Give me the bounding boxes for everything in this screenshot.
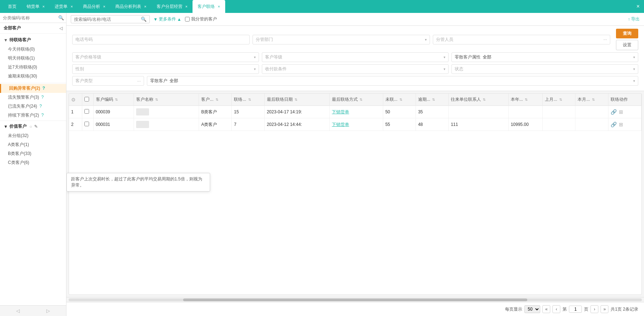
horizontal-scrollbar-thumb[interactable] — [183, 298, 527, 301]
last-page-btn[interactable]: » — [601, 305, 608, 313]
tab-product-analysis-close[interactable]: × — [103, 4, 105, 9]
table-wrap[interactable]: ⚙ 客户编码 ⇅ 客户名称 ⇅ — [69, 93, 642, 295]
row2-action-link-icon[interactable]: 🔗 — [611, 122, 617, 127]
contact-sort-icon[interactable]: ⇅ — [248, 98, 251, 102]
status-field[interactable]: 状态 ▾ — [451, 64, 638, 74]
sidebar-next-btn[interactable]: ▷ — [46, 308, 50, 313]
already-lost-help-icon[interactable]: ? — [40, 104, 42, 109]
retail-attr-field[interactable]: 零散客户属性 全部 ▾ — [451, 52, 638, 62]
row2-last-method-link[interactable]: 下销货单 — [332, 122, 349, 127]
contacts-sort-icon[interactable]: ⇅ — [483, 98, 486, 102]
sidebar-all-customers[interactable]: 全部客户 ◁ — [0, 23, 66, 34]
last-month-sort-icon[interactable]: ⇅ — [559, 98, 562, 102]
row2-action-grid-icon[interactable]: ⊞ — [619, 122, 623, 127]
row2-checkbox[interactable] — [84, 122, 89, 126]
per-page-select[interactable]: 50 — [524, 305, 540, 313]
sidebar-item-already-lost[interactable]: 已流失客户(24) ? — [0, 102, 66, 111]
manager-field[interactable]: 分管人员 ··· — [433, 35, 610, 44]
declining-help-icon[interactable]: ? — [41, 113, 44, 118]
overdue-sort-icon[interactable]: ⇅ — [432, 98, 435, 102]
sidebar-prev-btn[interactable]: ◁ — [16, 308, 20, 313]
sidebar-pending-title[interactable]: ▼ 待联络客户 — [0, 35, 66, 45]
tab-home[interactable]: 首页 — [3, 0, 22, 13]
customer-type-field[interactable]: 客户类型 ··· — [72, 76, 144, 86]
prev-page-btn[interactable]: ‹ — [552, 305, 560, 313]
next-page-btn[interactable]: › — [590, 305, 598, 313]
row1-action-link-icon[interactable]: 🔗 — [611, 109, 617, 115]
query-button[interactable]: 查询 — [616, 29, 638, 38]
tab-customer-contact[interactable]: 客户联络 × — [193, 0, 225, 13]
th-gear[interactable]: ⚙ — [69, 94, 82, 106]
gender-field[interactable]: 性别 ▾ — [72, 64, 259, 74]
table-row: 1 000039 B类客户 — [69, 106, 641, 118]
tab-purchase-order[interactable]: 进货单 × — [50, 0, 78, 13]
sidebar-search-icon[interactable]: 🔍 — [58, 15, 64, 20]
tab-customer-layered[interactable]: 客户分层经营 × — [152, 0, 193, 13]
tab-purchase-order-close[interactable]: × — [70, 4, 73, 9]
price-level-field[interactable]: 客户价格等级 ▾ — [72, 52, 259, 62]
my-customers-checkbox-wrap[interactable]: 我分管的客户 — [185, 16, 217, 22]
customer-type-dots-icon[interactable]: ··· — [137, 79, 141, 84]
export-button[interactable]: ↑ 导出 — [628, 16, 640, 22]
tab-product-analysis[interactable]: 商品分析 × — [78, 0, 110, 13]
settings-button[interactable]: 设置 — [616, 40, 638, 50]
sidebar-item-a-customers[interactable]: A类客户(1) — [0, 140, 66, 149]
sidebar-collapse-icon[interactable]: ◁ — [59, 26, 62, 31]
retail-customer-field[interactable]: 零散客户 全部 ▾ — [147, 76, 638, 86]
select-all-checkbox[interactable] — [84, 97, 89, 102]
sidebar-item-lost-risk[interactable]: 流失预警客户(3) ? — [0, 93, 66, 102]
sidebar-item-repurchase-abnormal[interactable]: 回购异常客户(2) ? — [0, 84, 66, 93]
th-checkbox[interactable] — [82, 94, 93, 106]
customer-level-field[interactable]: 客户等级 ▾ — [262, 52, 449, 62]
tab-sales-order-close[interactable]: × — [42, 4, 45, 9]
tab-product-analysis-list-close[interactable]: × — [144, 4, 146, 9]
phone-field[interactable]: 电话号码 — [72, 35, 250, 44]
sidebar-item-c-customers[interactable]: C类客户(6) — [0, 158, 66, 167]
sidebar-item-today[interactable]: 今天待联络(0) — [0, 45, 66, 54]
date-sort-icon[interactable]: ⇅ — [295, 98, 297, 102]
search-bar-icon[interactable]: 🔍 — [141, 16, 147, 22]
page-input[interactable] — [569, 306, 582, 313]
sidebar-item-b-customers[interactable]: B类客户(33) — [0, 149, 66, 158]
sidebar-value-customers-title[interactable]: ▼ 价值客户 ○ ✎ — [0, 122, 66, 131]
row1-last-method-link[interactable]: 下销货单 — [332, 109, 349, 114]
manager-dots-icon[interactable]: ··· — [603, 37, 607, 42]
table-settings-icon[interactable]: ⚙ — [71, 97, 76, 103]
window-close-button[interactable]: × — [636, 3, 640, 10]
type-sort-icon[interactable]: ⇅ — [216, 98, 218, 102]
sidebar-collapse-icons[interactable]: ◁ — [59, 26, 62, 31]
value-customers-circle-icon[interactable]: ○ — [29, 124, 32, 129]
sidebar-item-tomorrow[interactable]: 明天待联络(1) — [0, 54, 66, 63]
row2-last-method[interactable]: 下销货单 — [330, 118, 383, 131]
sidebar-item-declining[interactable]: 持续下滑客户(2) ? — [0, 111, 66, 120]
value-customers-edit-icon[interactable]: ✎ — [34, 124, 38, 129]
sidebar-search-input[interactable] — [3, 15, 57, 20]
first-page-btn[interactable]: « — [542, 305, 550, 313]
more-conditions-btn[interactable]: ▼ 更多条件 ▲ — [153, 16, 181, 22]
tab-customer-layered-close[interactable]: × — [185, 4, 187, 9]
sidebar-item-overdue[interactable]: 逾期未联络(30) — [0, 72, 66, 81]
this-month-sort-icon[interactable]: ⇅ — [592, 98, 595, 102]
payment-field[interactable]: 收付款条件 ▾ — [262, 64, 449, 74]
code-sort-icon[interactable]: ⇅ — [115, 98, 118, 102]
lost-risk-help-icon[interactable]: ? — [41, 95, 44, 100]
row2-checkbox-cell[interactable] — [82, 118, 93, 131]
dept-field[interactable]: 分管部门 ▾ — [252, 35, 430, 44]
sidebar-item-unclassified[interactable]: 未分组(32) — [0, 131, 66, 140]
row1-checkbox[interactable] — [84, 109, 89, 114]
horizontal-scrollbar[interactable] — [69, 298, 642, 301]
this-year-sort-icon[interactable]: ⇅ — [525, 98, 528, 102]
row1-action-grid-icon[interactable]: ⊞ — [619, 109, 623, 115]
row1-checkbox-cell[interactable] — [82, 106, 93, 118]
row1-last-method[interactable]: 下销货单 — [330, 106, 383, 118]
sidebar-item-7days[interactable]: 近7天待联络(0) — [0, 63, 66, 72]
tab-product-analysis-list[interactable]: 商品分析列表 × — [110, 0, 151, 13]
tab-customer-contact-close[interactable]: × — [218, 4, 220, 9]
my-customers-checkbox[interactable] — [185, 17, 190, 22]
search-input[interactable] — [74, 17, 139, 22]
repurchase-help-icon[interactable]: ? — [42, 86, 45, 91]
tab-sales-order[interactable]: 销货单 × — [22, 0, 50, 13]
name-sort-icon[interactable]: ⇅ — [155, 98, 158, 102]
method-sort-icon[interactable]: ⇅ — [360, 98, 362, 102]
unreached-sort-icon[interactable]: ⇅ — [399, 98, 402, 102]
